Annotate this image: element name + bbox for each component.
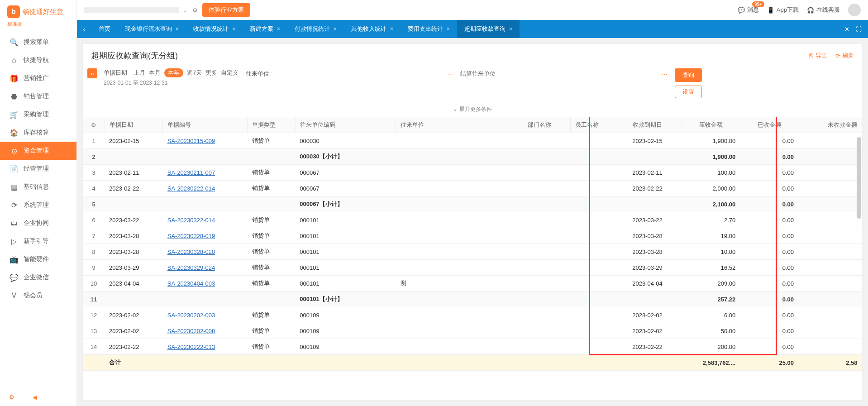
fullscreen-icon[interactable]: ⛶ [856,26,862,33]
unit-picker-icon[interactable]: ⋯ [447,71,454,77]
sidebar-item-9[interactable]: ⟳系统管理 [0,196,76,214]
sidebar-item-0[interactable]: 🔍搜索菜单 [0,33,76,51]
table-row[interactable]: 122023-02-02SA-20230202-003销货单0001092023… [83,307,862,323]
cell [571,323,613,339]
close-all-tabs-icon[interactable]: ✕ [844,26,849,33]
date-range-chip[interactable]: 近7天 [187,69,202,77]
table-row[interactable]: 92023-03-29SA-20230329-024销货单0001012023-… [83,260,862,276]
doc-link[interactable]: SA-20230211-007 [167,169,215,176]
tab-home[interactable]: 首页 [91,20,118,38]
sidebar-item-2[interactable]: 🎁营销推广 [0,69,76,87]
tab-close-icon[interactable]: × [277,26,280,32]
tab-close-icon[interactable]: × [390,26,393,32]
sidebar-item-13[interactable]: 💬企业微信 [0,268,76,287]
table-row[interactable]: 32023-02-11SA-20230211-007销货单0000672023-… [83,165,862,181]
doc-link[interactable]: SA-20230322-014 [167,217,215,224]
cell: SA-20230329-024 [163,260,248,276]
tab-close-icon[interactable]: × [447,26,450,32]
tab-close-icon[interactable]: × [176,26,179,32]
col-header[interactable]: 往来单位编码 [295,117,396,133]
sidebar-item-1[interactable]: ⌂快捷导航 [0,51,76,69]
doc-link[interactable]: SA-20230202-008 [167,328,215,334]
tab-5[interactable]: 费用支出统计× [401,20,457,38]
table-settings-icon[interactable]: ⚙ [83,117,105,133]
tab-close-icon[interactable]: × [334,26,337,32]
table-row[interactable]: 142023-02-22SA-20230222-013销货单0001092023… [83,339,862,355]
sidebar-item-8[interactable]: ▤基础信息 [0,178,76,196]
tab-0[interactable]: 现金银行流水查询× [118,20,186,38]
col-header[interactable]: 部门名称 [523,117,570,133]
sidebar-item-10[interactable]: 🗂企业协同 [0,214,76,232]
tab-4[interactable]: 其他收入统计× [344,20,401,38]
doc-link[interactable]: SA-20230202-003 [167,312,215,319]
collapse-filters-icon[interactable]: » [87,68,97,78]
table-row[interactable]: 2000030【小计】1,900.000.00 [83,149,862,165]
col-header[interactable]: 已收金额 [740,117,798,133]
doc-link[interactable]: SA-20230222-013 [167,344,215,350]
doc-link[interactable]: SA-20230328-020 [167,248,215,255]
messages-link[interactable]: 💬 消息 99+ [738,6,759,14]
setting-button[interactable]: 设置 [675,86,702,98]
date-range-chip[interactable]: 本年 [164,68,183,77]
sidebar-item-12[interactable]: 📺智能硬件 [0,250,76,268]
tab-scroll-left[interactable]: ‹ [77,20,91,38]
settings-icon[interactable]: ⚙ [9,394,14,401]
user-avatar[interactable] [848,4,861,16]
export-button[interactable]: ⇱ 导出 [809,52,827,60]
table-row[interactable]: 5000067【小计】2,100.000.00 [83,196,862,212]
tab-6[interactable]: 超期应收款查询× [457,20,520,38]
table-row[interactable]: 132023-02-02SA-20230202-008销货单0001092023… [83,323,862,339]
table-row[interactable]: 42023-02-22SA-20230222-014销货单0000672023-… [83,181,862,196]
table-row[interactable]: 12023-02-15SA-20230215-009销货单0000302023-… [83,133,862,149]
scrollbar-thumb[interactable] [857,137,861,219]
table-row[interactable]: 82023-03-28SA-20230328-020销货单0001012023-… [83,244,862,260]
col-header[interactable]: 单据日期 [105,117,163,133]
tab-2[interactable]: 新建方案× [243,20,287,38]
col-header[interactable]: 往来单位 [396,117,523,133]
doc-link[interactable]: SA-20230404-003 [167,280,215,287]
table-row[interactable]: 102023-04-04SA-20230404-003销货单000101测202… [83,276,862,291]
service-link[interactable]: 🎧 在线客服 [807,6,840,14]
settle-unit-input[interactable] [499,68,658,79]
table-container[interactable]: ⚙单据日期单据编号单据类型往来单位编码往来单位部门名称员工名称收款到期日应收金额… [83,117,862,400]
unit-input[interactable] [273,68,444,79]
sidebar-item-3[interactable]: ⬣销售管理 [0,87,76,105]
date-range-chip[interactable]: 更多 [205,69,217,77]
col-header[interactable]: 员工名称 [571,117,613,133]
date-range-chip[interactable]: 本月 [149,69,161,77]
expand-filters[interactable]: ⌄ 展开更多条件 [83,104,862,117]
table-scrollbar[interactable] [857,117,861,400]
tab-close-icon[interactable]: × [232,26,235,32]
query-button[interactable]: 查询 [675,68,702,82]
table-row[interactable]: 62023-03-22SA-20230322-014销货单0001012023-… [83,212,862,228]
sidebar-item-14[interactable]: V畅会员 [0,287,76,305]
col-header[interactable]: 单据编号 [163,117,248,133]
doc-link[interactable]: SA-20230328-019 [167,233,215,239]
tab-1[interactable]: 收款情况统计× [186,20,243,38]
doc-link[interactable]: SA-20230222-014 [167,185,215,192]
trial-button[interactable]: 体验行业方案 [202,3,250,17]
table-row[interactable]: 11000101【小计】257.220.00 [83,291,862,307]
date-range-chip[interactable]: 自定义 [221,69,238,77]
refresh-button[interactable]: ⟳ 刷新 [835,52,854,60]
col-header[interactable]: 应收金额 [682,117,740,133]
date-range-chip[interactable]: 上月 [134,69,145,77]
tab-3[interactable]: 付款情况统计× [287,20,344,38]
sidebar-item-5[interactable]: 🏠库存核算 [0,124,76,142]
sidebar-item-7[interactable]: 📄经营管理 [0,160,76,178]
col-header[interactable]: 未收款金额 [798,117,862,133]
org-selector[interactable]: ⌄ [84,7,188,14]
col-header[interactable]: 单据类型 [248,117,295,133]
doc-link[interactable]: SA-20230329-024 [167,264,215,271]
doc-link[interactable]: SA-20230215-009 [167,138,215,144]
tab-close-icon[interactable]: × [509,26,512,32]
sidebar-item-6[interactable]: ⊙资金管理 [0,142,76,160]
collapse-sidebar-icon[interactable]: ◀︎ [33,394,37,401]
sidebar-item-11[interactable]: ▷新手引导 [0,232,76,250]
col-header[interactable]: 收款到期日 [613,117,682,133]
settle-unit-picker-icon[interactable]: ⋯ [662,71,668,77]
org-settings-icon[interactable]: ⚙ [192,7,198,14]
sidebar-item-4[interactable]: 🛒采购管理 [0,105,76,124]
table-row[interactable]: 72023-03-28SA-20230328-019销货单0001012023-… [83,228,862,244]
download-link[interactable]: 📱 App下载 [767,6,799,14]
